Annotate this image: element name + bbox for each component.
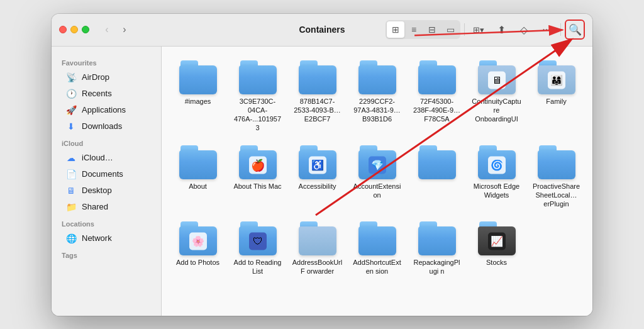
favourites-label: Favourites [52, 54, 161, 69]
list-view-btn[interactable]: ≡ [405, 21, 423, 38]
folder-continuitycapture-label: ContinuityCapture OnboardingUI [472, 97, 522, 124]
locations-label: Locations [52, 215, 161, 230]
finder-window: ‹ › Containers ⊞ ≡ ⊟ ▭ ⊞▾ ⬆ ◇ ··· 🔍 [52, 14, 592, 316]
sidebar-item-downloads[interactable]: ⬇ Downloads [55, 118, 157, 135]
sidebar-item-desktop[interactable]: 🖥 Desktop [55, 182, 157, 199]
folder-878b14c7[interactable]: 878B14C7-2533-4093-B…E2BCF7 [289, 57, 346, 137]
folder-accountextension[interactable]: 💎 AccountExtension [348, 142, 406, 213]
recents-label: Recents [82, 89, 112, 98]
share-btn[interactable]: ⬆ [491, 20, 511, 40]
minimize-button[interactable] [70, 26, 78, 33]
folder-addtophotos[interactable]: 🌸 Add to Photos [169, 218, 226, 280]
recents-icon: 🕐 [65, 88, 77, 99]
nav-buttons: ‹ › [99, 22, 132, 37]
desktop-icon: 🖥 [65, 185, 77, 196]
titlebar: ‹ › Containers ⊞ ≡ ⊟ ▭ ⊞▾ ⬆ ◇ ··· 🔍 [52, 14, 592, 47]
airdrop-icon: 📡 [65, 72, 77, 83]
close-button[interactable] [59, 26, 67, 33]
desktop-label: Desktop [82, 186, 112, 195]
shared-icon: 📁 [65, 201, 77, 213]
folder-addressbook-label: AddressBookUrlF orwarder [292, 258, 343, 276]
folder-aboutthismac[interactable]: 🍎 About This Mac [229, 142, 286, 213]
folder-about[interactable]: About [169, 142, 226, 213]
folder-microsoftedge[interactable]: 🌀 Microsoft Edge Widgets [468, 142, 525, 213]
folder-stocks-label: Stocks [486, 258, 507, 267]
folder-3c9e730c-label: 3C9E730C-04CA-476A-...1019573 [233, 97, 283, 133]
folder-addressbook[interactable]: AddressBookUrlF orwarder [289, 218, 346, 280]
content-area: Favourites 📡 AirDrop 🕐 Recents 🚀 Applica… [52, 47, 592, 316]
gallery-view-btn[interactable]: ▭ [441, 21, 459, 38]
traffic-lights [59, 26, 89, 33]
icon-view-btn[interactable]: ⊞ [387, 21, 404, 38]
tag-btn[interactable]: ◇ [514, 20, 534, 40]
sidebar-item-documents[interactable]: 📄 Documents [55, 166, 157, 182]
folder-proactiveshare[interactable]: ProactiveShareSheetLocal…erPlugin [528, 142, 585, 213]
file-area: #images 3C9E730C-04CA-476A-...1019573 87… [162, 47, 592, 316]
folder-continuitycapture[interactable]: 🖥 ContinuityCapture OnboardingUI [468, 57, 525, 137]
folder-repackaging[interactable]: RepackagingPlugi n [408, 218, 465, 280]
folder-family-label: Family [546, 97, 566, 106]
sidebar-item-icloud[interactable]: ☁ iCloud… [55, 150, 157, 166]
icloud-icon: ☁ [65, 152, 77, 164]
downloads-label: Downloads [82, 121, 122, 131]
folder-empty[interactable] [408, 142, 465, 213]
toolbar-right: ⊞ ≡ ⊟ ▭ ⊞▾ ⬆ ◇ ··· 🔍 [386, 20, 585, 40]
forward-button[interactable]: › [117, 22, 132, 37]
folder-microsoftedge-label: Microsoft Edge Widgets [472, 182, 522, 200]
folder-72f45300[interactable]: 72F45300-238F-490E-9…F78C5A [408, 57, 465, 137]
window-title: Containers [299, 25, 345, 35]
icloud-label: iCloud [52, 135, 161, 150]
airdrop-label: AirDrop [82, 72, 109, 82]
back-button[interactable]: ‹ [99, 22, 114, 37]
network-icon: 🌐 [65, 233, 77, 244]
documents-label: Documents [82, 169, 123, 179]
folder-3c9e730c[interactable]: 3C9E730C-04CA-476A-...1019573 [229, 57, 286, 137]
divider1 [464, 23, 465, 36]
folder-2299ccf2[interactable]: 2299CCF2-97A3-4831-9…B93B1D6 [348, 57, 406, 137]
sidebar-item-network[interactable]: 🌐 Network [55, 230, 157, 247]
view-group: ⊞ ≡ ⊟ ▭ [386, 20, 460, 39]
folder-878b14c7-label: 878B14C7-2533-4093-B…E2BCF7 [292, 97, 343, 124]
folder-addshortcut[interactable]: AddShortcutExten sion [348, 218, 406, 280]
folder-images[interactable]: #images [169, 57, 226, 137]
sidebar-item-recents[interactable]: 🕐 Recents [55, 86, 157, 102]
folder-aboutthismac-label: About This Mac [233, 182, 281, 191]
shared-label: Shared [82, 202, 108, 211]
file-grid: #images 3C9E730C-04CA-476A-...1019573 87… [169, 57, 585, 280]
search-button[interactable]: 🔍 [565, 20, 585, 40]
folder-about-label: About [189, 182, 207, 191]
sidebar-item-airdrop[interactable]: 📡 AirDrop [55, 69, 157, 86]
folder-addtoreadinglist[interactable]: 🛡 Add to Reading List [229, 218, 286, 280]
arrange-btn[interactable]: ⊞▾ [469, 20, 489, 40]
documents-icon: 📄 [65, 169, 77, 180]
maximize-button[interactable] [82, 26, 89, 33]
folder-repackaging-label: RepackagingPlugi n [412, 258, 462, 276]
tags-label: Tags [52, 247, 161, 262]
folder-stocks[interactable]: 📈 Stocks [468, 218, 525, 280]
folder-accountextension-label: AccountExtension [352, 182, 402, 200]
folder-accessibility[interactable]: ♿ Accessibility [289, 142, 346, 213]
folder-images-label: #images [185, 97, 211, 106]
more-btn[interactable]: ··· [536, 20, 557, 40]
sidebar: Favourites 📡 AirDrop 🕐 Recents 🚀 Applica… [52, 47, 162, 316]
folder-addtophotos-label: Add to Photos [176, 258, 219, 267]
folder-72f45300-label: 72F45300-238F-490E-9…F78C5A [412, 97, 462, 124]
folder-2299ccf2-label: 2299CCF2-97A3-4831-9…B93B1D6 [352, 97, 402, 124]
column-view-btn[interactable]: ⊟ [423, 21, 441, 38]
folder-accessibility-label: Accessibility [299, 182, 336, 191]
folder-family[interactable]: 👨‍👩‍👧 Family [528, 57, 585, 137]
sidebar-item-applications[interactable]: 🚀 Applications [55, 102, 157, 118]
downloads-icon: ⬇ [65, 121, 77, 132]
icloud-label-text: iCloud… [82, 153, 113, 162]
sidebar-item-shared[interactable]: 📁 Shared [55, 199, 157, 215]
network-label: Network [82, 233, 112, 243]
folder-proactiveshare-label: ProactiveShareSheetLocal…erPlugin [531, 182, 582, 209]
divider2 [560, 23, 561, 36]
applications-icon: 🚀 [65, 104, 77, 116]
folder-addtoreadinglist-label: Add to Reading List [233, 258, 283, 276]
folder-addshortcut-label: AddShortcutExten sion [352, 258, 402, 276]
applications-label: Applications [82, 105, 126, 114]
